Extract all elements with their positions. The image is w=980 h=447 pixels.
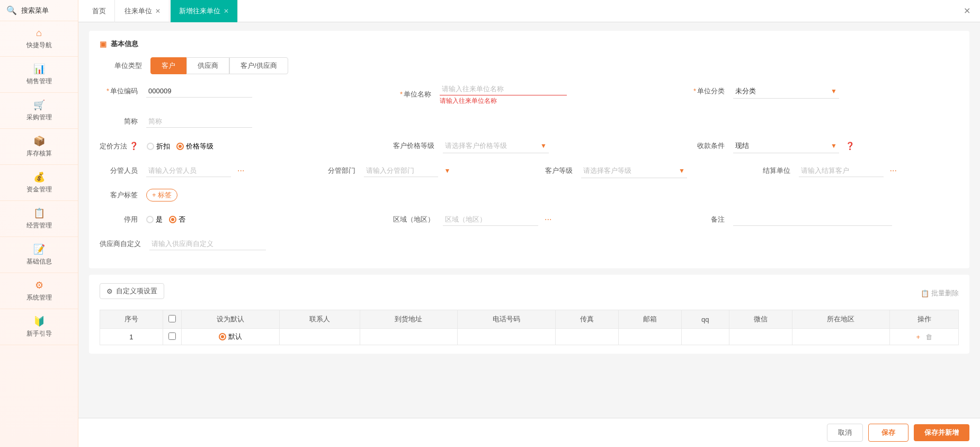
unit-code-input[interactable] (146, 85, 252, 98)
tab-bar: 首页 往来单位 ✕ 新增往来单位 ✕ ✕ (78, 0, 980, 22)
unit-category-select[interactable]: 未分类 ▼ (733, 84, 839, 99)
unit-type-label: 单位类型 (100, 61, 142, 71)
short-name-label: 简称 (100, 113, 142, 130)
pricing-level-option[interactable]: 价格等级 (176, 138, 213, 155)
col-qq: qq (681, 310, 729, 329)
form-row-4: 分管人员 ··· 分管部门 ▼ 客户等级 请选择客户等级 ▼ (100, 162, 959, 179)
settlement-unit-label: 结算单位 (752, 162, 795, 179)
row-fax (555, 329, 618, 345)
table-header: ⚙ 自定义项设置 📋 批量删除 (100, 283, 959, 305)
tab-new-partner-close[interactable]: ✕ (224, 7, 229, 15)
disabled-yes-label: 是 (156, 211, 163, 228)
col-contact: 联系人 (279, 310, 360, 329)
customer-price-level-select[interactable]: 请选择客户价格等级 ▼ (443, 139, 549, 153)
sidebar-item-quick-nav[interactable]: ⌂ 快捷导航 (0, 21, 78, 57)
unit-name-input[interactable] (440, 83, 567, 95)
sidebar-item-finance[interactable]: 💰 资金管理 (0, 165, 78, 201)
required-mark-2: * (400, 90, 403, 98)
dropdown-arrow-icon-3: ▼ (831, 142, 837, 150)
manager-more-btn[interactable]: ··· (235, 166, 246, 175)
field-settlement-unit: 结算单位 ··· (752, 162, 959, 179)
col-action: 操作 (890, 310, 959, 329)
disabled-no-option[interactable]: 否 (169, 211, 185, 228)
select-all-checkbox[interactable] (168, 315, 176, 322)
content-area: ▣ 基本信息 单位类型 客户 供应商 客户/供应商 *单位编码 (78, 22, 980, 418)
main-area: 首页 往来单位 ✕ 新增往来单位 ✕ ✕ ▣ 基本信息 单位类型 客户 供应商 … (78, 0, 980, 447)
col-wechat: 微信 (729, 310, 792, 329)
unit-type-row: 单位类型 客户 供应商 客户/供应商 (100, 57, 959, 74)
sidebar-item-system[interactable]: ⚙ 系统管理 (0, 273, 78, 309)
payment-terms-help-icon[interactable]: ❓ (845, 142, 854, 150)
sidebar-item-label: 经营管理 (26, 221, 52, 230)
chart-icon: 📊 (33, 63, 45, 75)
section-title-text: 基本信息 (111, 39, 138, 49)
batch-delete-label: 批量删除 (931, 288, 959, 298)
tab-partners-close[interactable]: ✕ (155, 7, 161, 15)
row-email (618, 329, 681, 345)
field-unit-name: *单位名称 请输入往来单位名称 (393, 83, 665, 106)
disabled-radio-group: 是 否 (146, 211, 185, 228)
area-more-btn[interactable]: ··· (542, 215, 554, 224)
disabled-yes-radio[interactable] (146, 216, 154, 223)
short-name-input[interactable] (146, 115, 252, 128)
unit-type-supplier-btn[interactable]: 供应商 (186, 57, 229, 74)
form-row-3: 定价方法 ❓ 折扣 价格等级 客 (100, 137, 959, 155)
row-default-cell: 默认 (181, 329, 279, 345)
note-icon: 📝 (33, 243, 45, 255)
tab-home[interactable]: 首页 (84, 0, 115, 22)
disabled-no-radio[interactable] (169, 216, 176, 223)
field-department: 分管部门 ▼ (317, 162, 524, 179)
row-wechat (729, 329, 792, 345)
payment-terms-select[interactable]: 现结 ▼ (733, 139, 839, 153)
sidebar-search[interactable]: 🔍 搜索菜单 (0, 0, 78, 21)
row-default-radio-item[interactable]: 默认 (187, 332, 274, 341)
area-input[interactable] (443, 213, 538, 226)
department-select[interactable]: ▼ (442, 165, 506, 177)
disabled-yes-option[interactable]: 是 (146, 211, 163, 228)
row-delete-btn[interactable]: 🗑 (925, 333, 932, 341)
manager-input[interactable] (146, 164, 231, 177)
tag-add-button[interactable]: + 标签 (146, 189, 177, 201)
sidebar-item-basic-info[interactable]: 📝 基础信息 (0, 237, 78, 273)
footer: 取消 保存 保存并新增 (78, 418, 980, 447)
dropdown-arrow-icon: ▼ (831, 87, 837, 95)
unit-type-both-btn[interactable]: 客户/供应商 (229, 57, 288, 74)
form-row-5: 客户标签 + 标签 (100, 187, 959, 204)
custom-settings-button[interactable]: ⚙ 自定义项设置 (100, 283, 164, 299)
col-fax: 传真 (555, 310, 618, 329)
unit-name-label: *单位名称 (393, 86, 435, 103)
window-close-icon[interactable]: ✕ (959, 6, 975, 16)
settlement-unit-more-btn[interactable]: ··· (888, 166, 899, 175)
row-default-label: 默认 (228, 332, 242, 341)
pricing-level-radio[interactable] (176, 143, 184, 150)
remark-input[interactable] (733, 213, 892, 226)
row-add-btn[interactable]: + (916, 333, 921, 341)
table-header-row: 序号 设为默认 联系人 到货地址 电话号码 传真 邮箱 qq 微信 所在地区 操… (100, 310, 959, 329)
col-region: 所在地区 (792, 310, 890, 329)
tab-new-partner[interactable]: 新增往来单位 ✕ (171, 0, 238, 22)
department-input[interactable] (364, 164, 438, 177)
pricing-discount-option[interactable]: 折扣 (147, 138, 170, 155)
settlement-unit-input[interactable] (799, 164, 884, 177)
sidebar-item-purchase[interactable]: 🛒 采购管理 (0, 93, 78, 129)
save-button[interactable]: 保存 (868, 424, 908, 442)
sidebar-item-sales[interactable]: 📊 销售管理 (0, 57, 78, 93)
tab-partners[interactable]: 往来单位 ✕ (116, 0, 170, 22)
unit-type-customer-btn[interactable]: 客户 (150, 57, 186, 74)
sidebar-item-newbie[interactable]: 🔰 新手引导 (0, 309, 78, 345)
sidebar-item-label: 基础信息 (26, 257, 52, 266)
pricing-discount-radio[interactable] (147, 143, 154, 150)
row-checkbox[interactable] (168, 332, 176, 340)
section-title-icon: ▣ (100, 40, 106, 48)
supplier-custom-input[interactable] (149, 238, 266, 250)
customer-level-select[interactable]: 请选择客户等级 ▼ (581, 164, 687, 178)
save-new-button[interactable]: 保存并新增 (914, 424, 969, 441)
cancel-button[interactable]: 取消 (827, 424, 863, 442)
required-mark-3: * (693, 87, 696, 95)
row-default-radio[interactable] (219, 333, 226, 340)
sidebar-item-operations[interactable]: 📋 经营管理 (0, 201, 78, 237)
row-qq (681, 329, 729, 345)
help-icon[interactable]: ❓ (129, 142, 138, 150)
customer-level-placeholder: 请选择客户等级 (583, 166, 676, 176)
sidebar-item-inventory[interactable]: 📦 库存核算 (0, 129, 78, 165)
